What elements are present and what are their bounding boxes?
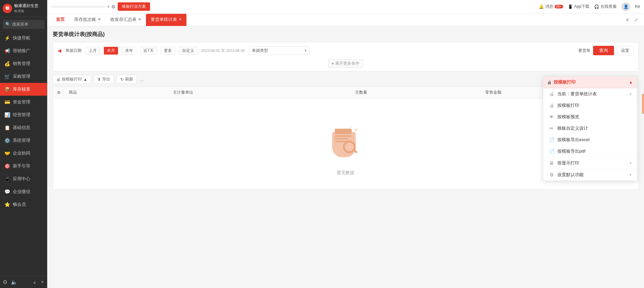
dropdown-item-pdf[interactable]: 📄 按模板导出pdf — [543, 146, 637, 157]
th-quantity: 主数量 — [351, 87, 481, 98]
nav-items: ⚡ 快捷导航 📢 营销推广 💰 销售管理 🛒 采购管理 📦 库存核算 💳 资金管… — [0, 32, 47, 211]
tab-batch[interactable]: 库存批次账 ✕ — [69, 14, 106, 26]
date-btn-last-month[interactable]: 上月 — [86, 47, 100, 55]
logo-text-block: 畅康通好生意 标准版 — [14, 3, 38, 13]
search-icon: 🔍 — [5, 22, 10, 27]
dropdown-sub-display-print[interactable]: 🖥 按显示打印 ▾ — [543, 157, 637, 169]
date-btn-7days[interactable]: 近7天 — [140, 47, 157, 55]
tab-order-stats-close[interactable]: ✕ — [179, 17, 182, 22]
dropdown-item-preview-label: 按模板预览 — [557, 114, 579, 120]
messages-btn[interactable]: 🔔 消息 99+ — [539, 4, 563, 9]
expand-icon: ▾ — [332, 61, 334, 66]
dropdown-header-title: 按模板打印 — [554, 79, 627, 85]
date-btn-this-month[interactable]: 本月 — [104, 47, 118, 55]
finance-icon: 💳 — [4, 99, 10, 105]
line2 — [335, 138, 348, 139]
sidebar-item-operation[interactable]: 📊 经营管理 — [0, 108, 47, 121]
member-icon: ⭐ — [4, 202, 10, 207]
sidebar-item-shortcut[interactable]: ⚡ 快捷导航 — [0, 32, 47, 44]
filter-collapse-arrow[interactable]: ◀ — [58, 48, 61, 53]
default-setting-icon: ⚙ — [549, 172, 555, 178]
right-scroll-indicator[interactable] — [642, 94, 644, 114]
header-gear-btn[interactable]: ⚙ — [111, 4, 116, 9]
search-menu-button[interactable]: 🔍 搜索菜单 — [3, 20, 45, 29]
dropdown-item-print[interactable]: 🖨 按模板打印 — [543, 100, 637, 111]
dropdown-item-preview[interactable]: 👁 按模板预览 — [543, 111, 637, 123]
nav-chevron-icon[interactable]: ▾ — [107, 4, 109, 9]
date-range-text: 2023-06-01 至 2023-06-30 — [201, 48, 245, 53]
date-btn-custom[interactable]: 自定义 — [179, 47, 197, 55]
nav-search-bar — [51, 6, 105, 8]
date-btn-this-year[interactable]: 本年 — [122, 47, 136, 55]
tab-order-stats[interactable]: 要货单统计表 ✕ — [146, 14, 186, 26]
dropdown-sub-default[interactable]: ⚙ 设置默认功能 ▾ — [543, 169, 637, 181]
sidebar-item-finance[interactable]: 💳 资金管理 — [0, 96, 47, 108]
settings-button[interactable]: 设置 — [617, 46, 634, 55]
sidebar-item-inventory[interactable]: 📦 库存核算 — [0, 83, 47, 96]
toolbar-dots-btn[interactable]: ... — [140, 76, 144, 83]
dropdown-item-excel[interactable]: 📄 按模板导出excel — [543, 134, 637, 146]
user-avatar[interactable]: 👤 — [621, 2, 630, 11]
sidebar-item-label: 资金管理 — [13, 99, 30, 105]
sidebar-item-label: 企业微信 — [13, 189, 30, 195]
empty-text: 暂无数据 — [337, 170, 354, 176]
online-service-btn[interactable]: 🎧 在线客服 — [594, 4, 617, 9]
scroll-down-btn[interactable]: ▼ — [40, 280, 45, 285]
inventory-icon: 📦 — [4, 87, 10, 92]
dropdown-current-item[interactable]: 🖨 当前：要货单统计表 ▾ — [543, 88, 637, 100]
guide-icon: 🎯 — [4, 163, 10, 169]
tabs-bar: 首页 库存批次账 ✕ 收发存汇总表 ✕ 要货单统计表 ✕ ✕ ⤢ — [47, 13, 644, 26]
tab-expand-btn[interactable]: ⤢ — [633, 17, 640, 23]
tab-home[interactable]: 首页 — [51, 14, 69, 26]
trial-button[interactable]: 体验行业方案 — [118, 2, 150, 11]
page-content: 要货单统计表(按商品) ◀ 单据日期 上月 本月 本年 近7天 更多 自定义 2… — [47, 26, 644, 288]
sidebar-item-label: 应用中心 — [13, 176, 30, 182]
headset-icon: 🎧 — [594, 4, 599, 9]
dropdown-item-design[interactable]: ✏ 模板自定义设计 — [543, 123, 637, 134]
tab-receipts[interactable]: 收发存汇总表 ✕ — [106, 14, 146, 26]
sidebar-item-marketing[interactable]: 📢 营销推广 — [0, 44, 47, 57]
date-btn-more[interactable]: 更多 — [161, 47, 175, 55]
current-icon: 🖨 — [549, 91, 555, 97]
export-label: 导出 — [102, 76, 110, 82]
sidebar-item-member[interactable]: ⭐ 畅会员 — [0, 198, 47, 211]
search-menu-label: 搜索菜单 — [12, 22, 28, 27]
display-print-icon: 🖥 — [549, 160, 555, 166]
tab-batch-close[interactable]: ✕ — [98, 17, 101, 22]
line1 — [335, 135, 352, 137]
tab-receipts-close[interactable]: ✕ — [138, 17, 141, 22]
sidebar-item-collab[interactable]: 🤝 企业协同 — [0, 147, 47, 160]
messages-label: 消息 — [545, 4, 553, 9]
sidebar-item-wechat[interactable]: 💬 企业微信 — [0, 185, 47, 198]
type-select[interactable]: 单据类型 ▾ — [249, 46, 310, 55]
sidebar-item-basic[interactable]: 📋 基础信息 — [0, 121, 47, 134]
audio-bottom-btn[interactable]: 🔈 — [11, 279, 18, 285]
print-btn[interactable]: 🖨 按模板打印 ▲ — [53, 75, 91, 84]
tab-close-btn[interactable]: ✕ — [624, 17, 631, 23]
dropdown-item-excel-label: 按模板导出excel — [557, 137, 589, 143]
th-unit: 主计量单位 — [169, 87, 351, 98]
app-download-btn[interactable]: 📱 App下载 — [568, 4, 589, 9]
sidebar-item-purchase[interactable]: 🛒 采购管理 — [0, 70, 47, 83]
sidebar-item-sales[interactable]: 💰 销售管理 — [0, 57, 47, 70]
main-area: ▾ ⚙ 体验行业方案 🔔 消息 99+ 📱 App下载 🎧 在线客服 👤 Rit — [47, 0, 644, 288]
sidebar-item-label: 畅会员 — [13, 201, 26, 207]
settings-bottom-btn[interactable]: ⚙ — [3, 279, 7, 285]
sidebar-item-system[interactable]: ⚙️ 系统管理 — [0, 134, 47, 147]
dropdown-header[interactable]: 🖨 按模板打印 ▲ — [543, 76, 637, 88]
refresh-btn[interactable]: ↻ 刷新 — [117, 75, 137, 84]
system-icon: ⚙️ — [4, 138, 10, 143]
sidebar-search-area[interactable]: 🔍 搜索菜单 — [0, 17, 47, 32]
sidebar-item-label: 采购管理 — [13, 73, 30, 79]
scroll-up-btn[interactable]: ▲ — [32, 280, 37, 285]
print-label: 按模板打印 — [62, 76, 82, 82]
sidebar-item-apps[interactable]: 📱 应用中心 — [0, 172, 47, 185]
query-button[interactable]: 查询 — [593, 46, 614, 55]
purchase-icon: 🛒 — [4, 74, 10, 79]
sidebar-item-guide[interactable]: 🎯 新手引导 — [0, 160, 47, 172]
th-settings[interactable]: ⚙ — [53, 87, 65, 98]
app-download-label: App下载 — [574, 4, 589, 9]
sidebar-bottom-bar: ⚙ 🔈 ▲ ▼ — [0, 276, 47, 288]
filter-expand-btn[interactable]: ▾ 展开更多条件 — [328, 59, 363, 68]
export-btn[interactable]: ⬆ 导出 — [94, 75, 114, 84]
